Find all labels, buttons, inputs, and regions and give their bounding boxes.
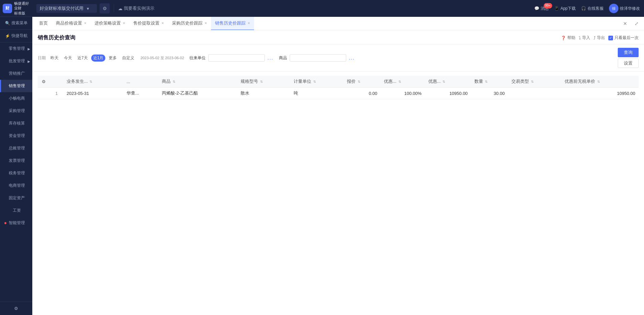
export-btn[interactable]: ⤴ 导出 <box>594 35 605 41</box>
product-filter: 商品 ... <box>279 54 355 62</box>
sidebar-settings-btn[interactable]: ⚙ <box>0 302 32 315</box>
source-unit-input[interactable] <box>208 54 265 62</box>
sidebar-item-label-ecommerce: 电商管理 <box>9 183 25 188</box>
cell-discount2: 10950.00 <box>425 88 471 99</box>
only-last-checkbox-label[interactable]: ✓ 只看最后一次 <box>608 35 639 41</box>
source-unit-more-btn[interactable]: ... <box>267 55 274 61</box>
table-header-row: ⚙业务发生... ⇅...商品 ⇅规格型号 ⇅计量单位 ⇅报价 ⇅优惠... ⇅… <box>38 76 639 88</box>
close-tab-btn[interactable]: ✕ <box>620 19 630 28</box>
cell-biz-date: 2023-05-31 <box>63 88 123 99</box>
sidebar-item-xiaochang[interactable]: 小畅电商 <box>0 92 32 105</box>
col-extra: ... <box>123 76 158 88</box>
sidebar-item-sales[interactable]: 销售管理 <box>0 80 32 92</box>
headset-icon: 🎧 <box>581 6 586 11</box>
tab-sales-history[interactable]: 销售历史价跟踪× <box>211 17 254 30</box>
tab-close-purchase-strategy[interactable]: × <box>123 21 125 26</box>
message-badge: 99+ <box>544 3 552 8</box>
tab-close-sale-price[interactable]: × <box>162 21 164 26</box>
page-header: 销售历史价查询 ❓ 帮助 ⤵ 导入 ⤴ 导出 ✓ <box>32 30 644 44</box>
sort-icon: ⇅ <box>442 80 445 83</box>
sidebar-item-assets[interactable]: 固定资产 <box>0 192 32 204</box>
tab-purchase-history[interactable]: 采购历史价跟踪× <box>168 17 211 30</box>
tab-close-purchase-history[interactable]: × <box>205 21 207 26</box>
sort-icon: ⇅ <box>485 80 488 83</box>
tab-label-sales-history: 销售历史价跟踪 <box>215 20 246 26</box>
logo-icon: 财 <box>3 4 12 13</box>
product-more-btn[interactable]: ... <box>349 55 355 61</box>
col-discount1[interactable]: 优惠... ⇅ <box>381 76 425 88</box>
query-btn[interactable]: 查询 <box>618 48 639 57</box>
date-option-3[interactable]: 近1月 <box>91 55 106 62</box>
online-service-btn[interactable]: 🎧 在线客服 <box>581 6 604 11</box>
sidebar-item-tax[interactable]: 税务管理 <box>0 167 32 179</box>
sidebar-item-purchase[interactable]: 采购管理 <box>0 105 32 117</box>
date-option-0[interactable]: 昨天 <box>48 55 61 62</box>
col-num <box>50 76 63 88</box>
product-input[interactable] <box>290 54 346 62</box>
col-trade_type[interactable]: 交易类型 ⇅ <box>508 76 561 88</box>
tab-selector[interactable]: 好业财标准版交付试用 ▾ <box>36 4 97 13</box>
sidebar-search-menu[interactable]: 🔍 搜索菜单 <box>0 17 32 30</box>
topbar-settings-btn[interactable]: ⚙ <box>100 3 110 13</box>
page-content: 销售历史价查询 ❓ 帮助 ⤵ 导入 ⤴ 导出 ✓ <box>32 30 644 315</box>
tab-home[interactable]: 首页 <box>35 17 52 30</box>
message-btn[interactable]: 💬 消息 99+ <box>534 6 549 11</box>
date-filter-label: 日期 <box>38 55 46 61</box>
topbar-divider <box>114 4 114 12</box>
cell-pre-tax-price: 10950.00 <box>561 88 639 99</box>
tab-price-setting[interactable]: 商品价格设置× <box>52 17 91 30</box>
tab-close-price-setting[interactable]: × <box>84 21 86 26</box>
col-price[interactable]: 报价 ⇅ <box>344 76 381 88</box>
sidebar-item-marketing[interactable]: 营销推广 <box>0 67 32 80</box>
date-option-4[interactable]: 更多 <box>107 55 119 62</box>
col-unit[interactable]: 计量单位 ⇅ <box>290 76 344 88</box>
col-product[interactable]: 商品 ⇅ <box>158 76 237 88</box>
sidebar-item-label-tax: 税务管理 <box>9 170 25 176</box>
sidebar-item-label-xiaochang: 小畅电商 <box>9 96 25 101</box>
tab-purchase-strategy[interactable]: 进价策略设置× <box>91 17 129 30</box>
date-option-1[interactable]: 今天 <box>62 55 74 62</box>
sidebar-item-retail[interactable]: 零售管理▶ <box>0 42 32 55</box>
page-header-actions: ❓ 帮助 ⤵ 导入 ⤴ 导出 ✓ 只看最后一次 <box>561 35 639 41</box>
col-quantity[interactable]: 数量 ⇅ <box>471 76 508 88</box>
col-discount2[interactable]: 优惠... ⇅ <box>425 76 471 88</box>
date-option-2[interactable]: 近7天 <box>75 55 90 62</box>
sidebar-item-smart[interactable]: 智能管理 <box>0 217 32 229</box>
col-biz_date[interactable]: 业务发生... ⇅ <box>63 76 123 88</box>
sidebar-item-label-salary: 工资 <box>13 208 21 213</box>
app-download-btn[interactable]: 📱 App下载 <box>554 6 576 11</box>
sort-icon: ⇅ <box>90 80 92 83</box>
sidebar-item-capital[interactable]: 资金管理 <box>0 130 32 142</box>
sidebar-item-ledger[interactable]: 总账管理 <box>0 142 32 154</box>
date-option-5[interactable]: 自定义 <box>120 55 136 62</box>
cell-num: 1 <box>50 88 63 99</box>
sidebar-item-ecommerce[interactable]: 电商管理 <box>0 179 32 192</box>
sidebar-item-label-sales: 销售管理 <box>9 83 25 89</box>
sidebar-item-invoice[interactable]: 发票管理 <box>0 154 32 167</box>
import-btn[interactable]: ⤵ 导入 <box>579 35 590 41</box>
gear-icon: ⚙ <box>103 6 107 11</box>
sidebar-item-wholesale[interactable]: 批发管理▶ <box>0 55 32 67</box>
sidebar-item-salary[interactable]: 工资 <box>0 204 32 217</box>
tab-actions: ✕ ⤢ <box>620 19 641 28</box>
import-icon: ⤵ <box>579 36 581 40</box>
tab-close-sales-history[interactable]: × <box>248 21 250 26</box>
maximize-tab-btn[interactable]: ⤢ <box>632 19 641 28</box>
sidebar-shortcut-nav[interactable]: ⚡ 快捷导航 <box>0 30 32 42</box>
sidebar-item-inventory[interactable]: 库存核算 <box>0 117 32 130</box>
col-spec[interactable]: 规格型号 ⇅ <box>237 76 290 88</box>
user-menu-btn[interactable]: 徐 徐泽华修改 <box>609 4 640 13</box>
settings-btn[interactable]: 设置 <box>618 59 639 68</box>
topbar-demo-btn[interactable]: ☁ 我要看实例演示 <box>118 5 154 11</box>
tab-sale-price[interactable]: 售价提取设置× <box>129 17 168 30</box>
page-title: 销售历史价查询 <box>38 34 75 41</box>
table-row[interactable]: 1 2023-05-31 华查... 丙烯酸-2-乙基己酯 散水 吨 0.00 … <box>38 88 639 99</box>
sidebar: 财 畅捷通好业财 标准版 🔍 搜索菜单 ⚡ 快捷导航 零售管理▶批发管理▶营销推… <box>0 0 32 315</box>
sidebar-item-label-marketing: 营销推广 <box>9 71 25 76</box>
help-btn[interactable]: ❓ 帮助 <box>561 35 575 41</box>
sidebar-item-label-purchase: 采购管理 <box>9 108 25 114</box>
date-range-display: 2023-05-02 至 2023-06-02 <box>140 56 184 61</box>
col-pre_tax_price[interactable]: 优惠前无税单价 ⇅ <box>561 76 639 88</box>
table-wrap: ⚙业务发生... ⇅...商品 ⇅规格型号 ⇅计量单位 ⇅报价 ⇅优惠... ⇅… <box>32 72 644 315</box>
sort-icon: ⇅ <box>260 80 263 83</box>
